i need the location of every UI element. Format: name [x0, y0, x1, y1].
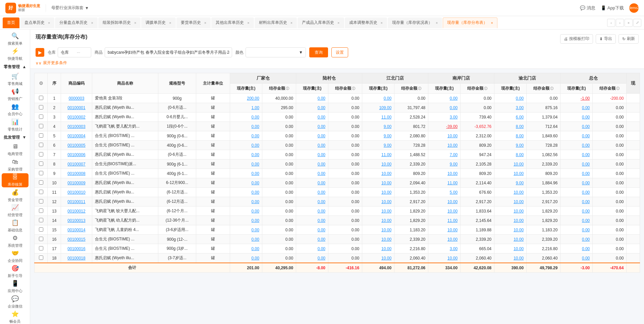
tab-6-close[interactable]: ×: [247, 21, 249, 25]
row-nanan-qty[interactable]: 0.00: [428, 103, 461, 112]
row-total-qty[interactable]: 0.00: [560, 159, 593, 169]
row-changjiacao-qty[interactable]: 0.00: [230, 112, 262, 122]
row-total-qty[interactable]: 0.00: [560, 188, 593, 197]
sidebar-item-retail-stats[interactable]: 📊 零售统计: [2, 118, 29, 132]
row-total-qty[interactable]: 0.00: [560, 206, 593, 216]
row-changjiacao-qty[interactable]: 1.00: [230, 103, 262, 112]
row-yubei-qty[interactable]: 10.00: [494, 244, 527, 253]
row-checkbox[interactable]: [35, 150, 48, 159]
row-checkbox[interactable]: [35, 188, 48, 197]
row-changjiacao-qty[interactable]: 0.00: [230, 169, 262, 178]
row-yubei-qty[interactable]: 9.00: [494, 141, 527, 150]
row-lucun-qty[interactable]: 0.00: [296, 112, 328, 122]
row-jiangbei-qty[interactable]: 10.00: [362, 216, 394, 225]
row-checkbox[interactable]: [35, 216, 48, 225]
sidebar-item-ecommerce[interactable]: 🖥 电商管理: [2, 143, 29, 157]
tab-2[interactable]: 分量盘点单历史 ×: [55, 17, 97, 28]
tab-9[interactable]: 成本调整单历史 ×: [345, 17, 387, 28]
row-checkbox[interactable]: [35, 244, 48, 253]
row-total-qty[interactable]: 0.00: [560, 141, 593, 150]
row-checkbox[interactable]: [35, 178, 48, 188]
row-yubei-qty[interactable]: 6.00: [494, 112, 527, 122]
row-yubei-qty[interactable]: 10.00: [494, 253, 527, 263]
row-total-qty[interactable]: 0.00: [560, 150, 593, 159]
row-changjiacao-qty[interactable]: 0.00: [230, 253, 262, 263]
sidebar-item-corp[interactable]: 🤝 企业协同: [2, 249, 29, 263]
row-jiangbei-qty[interactable]: 11.00: [362, 112, 394, 122]
sidebar-section-wholesale[interactable]: 批发管理 ▼: [2, 133, 29, 142]
sidebar-section-retail-mgr[interactable]: 零售管理 ▲: [2, 63, 29, 71]
row-yubei-qty[interactable]: 8.00: [494, 122, 527, 131]
row-yubei-qty[interactable]: 10.00: [494, 188, 527, 197]
sidebar-item-system[interactable]: ⚙ 系统管理: [2, 234, 29, 248]
row-nanan-qty[interactable]: 10.00: [428, 235, 461, 244]
row-lucun-qty[interactable]: 0.00: [296, 122, 328, 131]
product-input-dots[interactable]: ···: [226, 50, 230, 55]
row-yubei-qty[interactable]: 8.00: [494, 150, 527, 159]
row-changjiacao-qty[interactable]: 0.00: [230, 235, 262, 244]
row-lucun-qty[interactable]: 0.00: [296, 131, 328, 141]
row-code[interactable]: 00100015: [61, 235, 92, 244]
row-checkbox[interactable]: [35, 206, 48, 216]
row-jiangbei-qty[interactable]: 11.00: [362, 150, 394, 159]
row-jiangbei-qty[interactable]: 9.00: [362, 131, 394, 141]
col-settings[interactable]: ⚙: [35, 73, 48, 94]
sidebar-item-nav[interactable]: ⚡ 快捷导航: [2, 47, 29, 61]
row-checkbox[interactable]: [35, 122, 48, 131]
row-yubei-qty[interactable]: 10.00: [494, 235, 527, 244]
refresh-btn[interactable]: ↻ 刷新: [619, 34, 639, 44]
tab-4[interactable]: 调拨单历史 ×: [141, 17, 175, 28]
row-code[interactable]: 00100002: [61, 112, 92, 122]
tab-3-close[interactable]: ×: [134, 21, 136, 25]
row-lucun-qty[interactable]: 0.00: [296, 178, 328, 188]
row-lucun-qty[interactable]: 0.00: [296, 150, 328, 159]
row-lucun-qty[interactable]: 0.00: [296, 141, 328, 150]
tab-1[interactable]: 盘点单历史 ×: [20, 17, 54, 28]
row-total-qty[interactable]: 0.00: [560, 131, 593, 141]
row-yubei-qty[interactable]: 8.00: [494, 131, 527, 141]
tab-home[interactable]: 首页: [3, 17, 19, 28]
row-checkbox[interactable]: [35, 103, 48, 112]
row-checkbox[interactable]: [35, 131, 48, 141]
sidebar-item-member[interactable]: 👥 会员中心: [2, 103, 29, 117]
tab-8-close[interactable]: ×: [337, 21, 339, 25]
row-jiangbei-qty[interactable]: 10.00: [362, 197, 394, 206]
export-btn[interactable]: ⬇ 导出: [596, 34, 616, 44]
row-code[interactable]: 00100007: [61, 159, 92, 169]
row-changjiacao-qty[interactable]: 0.00: [230, 122, 262, 131]
tab-5-close[interactable]: ×: [204, 21, 206, 25]
row-code[interactable]: 00100006: [61, 150, 92, 159]
row-yubei-qty[interactable]: 10.00: [494, 206, 527, 216]
row-code[interactable]: 00100004: [61, 131, 92, 141]
row-checkbox[interactable]: [35, 112, 48, 122]
row-checkbox[interactable]: [35, 197, 48, 206]
row-lucun-qty[interactable]: 0.00: [296, 103, 328, 112]
row-checkbox[interactable]: [35, 235, 48, 244]
row-yubei-qty[interactable]: 10.00: [494, 197, 527, 206]
row-nanan-qty[interactable]: 10.00: [428, 253, 461, 263]
row-total-qty[interactable]: 0.00: [560, 178, 593, 188]
industry-selector[interactable]: 母婴行业演示陈套 ▼: [51, 5, 89, 11]
row-nanan-qty[interactable]: 10.00: [428, 197, 461, 206]
info-icon-3[interactable]: ⓘ: [418, 87, 421, 90]
row-changjiacao-qty[interactable]: 0.00: [230, 244, 262, 253]
row-code[interactable]: 00100018: [61, 253, 92, 263]
row-jiangbei-qty[interactable]: 9.00: [362, 141, 394, 150]
tab-10[interactable]: 现存量（库存状况表） ×: [388, 17, 442, 28]
row-nanan-qty[interactable]: 10.00: [428, 141, 461, 150]
row-jiangbei-qty[interactable]: 10.00: [362, 244, 394, 253]
row-lucun-qty[interactable]: 0.00: [296, 225, 328, 235]
row-jiangbei-qty[interactable]: 109.00: [362, 103, 394, 112]
row-yubei-qty[interactable]: 10.00: [494, 216, 527, 225]
row-total-qty[interactable]: 0.00: [560, 197, 593, 206]
nav-expand[interactable]: ⤢: [633, 19, 641, 27]
row-jiangbei-qty[interactable]: 10.00: [362, 235, 394, 244]
sidebar-item-marketing[interactable]: 📢 营销推广: [2, 88, 29, 101]
row-yubei-qty[interactable]: 10.00: [494, 169, 527, 178]
nav-close-all[interactable]: ×: [625, 19, 633, 27]
row-nanan-qty[interactable]: 0.00: [428, 94, 461, 103]
row-total-qty[interactable]: 0.00: [560, 253, 593, 263]
row-checkbox[interactable]: [35, 225, 48, 235]
nav-prev[interactable]: ‹: [607, 19, 615, 27]
row-lucun-qty[interactable]: 0.00: [296, 253, 328, 263]
